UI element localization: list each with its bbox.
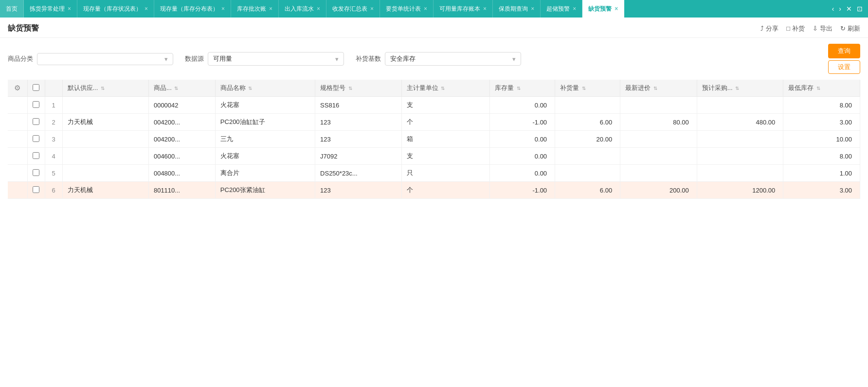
th-spec[interactable]: 规格型号 ⇅ — [315, 80, 402, 97]
row-latest-price-2 — [620, 131, 697, 148]
row-latest-price-5: 200.00 — [620, 182, 697, 199]
tab-inout[interactable]: 出入库流水 × — [279, 0, 326, 18]
replenish-button[interactable]: □ 补货 — [786, 24, 805, 33]
row-check-3[interactable] — [33, 152, 39, 159]
tab-shortage[interactable]: 缺货预警 × — [582, 0, 624, 18]
row-checkbox-2[interactable] — [27, 131, 45, 148]
datasource-value: 可用量 — [213, 54, 232, 63]
refresh-button[interactable]: ↻ 刷新 — [840, 24, 860, 33]
th-est-purchase[interactable]: 预计采购... ⇅ — [697, 80, 783, 97]
row-code-0: 0000042 — [148, 97, 215, 114]
sort-name-icon: ⇅ — [248, 86, 252, 91]
row-supplier-2 — [62, 131, 148, 148]
tab-stock-dist[interactable]: 现存量（库存分布表） × — [154, 0, 231, 18]
category-select[interactable]: ▾ — [37, 53, 173, 65]
close-tab-stock-status[interactable]: × — [145, 5, 148, 12]
th-product-code[interactable]: 商品... ⇅ — [148, 80, 215, 97]
row-check-0[interactable] — [33, 101, 39, 108]
settings-gear-icon[interactable]: ⚙ — [14, 84, 20, 92]
export-icon: ⇩ — [813, 25, 818, 32]
close-tab-available[interactable]: × — [483, 5, 487, 12]
tab-summary[interactable]: 收发存汇总表 × — [326, 0, 380, 18]
tab-expiry[interactable]: 保质期查询 × — [493, 0, 541, 18]
query-button[interactable]: 查询 — [828, 44, 860, 58]
tab-exception[interactable]: 拣货异常处理 × — [24, 0, 77, 18]
row-seq-0: 1 — [45, 97, 62, 114]
share-button[interactable]: ⤴ 分享 — [760, 24, 778, 33]
th-product-name[interactable]: 商品名称 ⇅ — [215, 80, 315, 97]
tab-demand[interactable]: 要货单统计表 × — [380, 0, 434, 18]
row-checkbox-3[interactable] — [27, 148, 45, 165]
row-code-3: 004600... — [148, 148, 215, 165]
row-checkbox-5[interactable] — [27, 182, 45, 199]
row-min-stock-0: 8.00 — [783, 97, 860, 114]
tab-available[interactable]: 可用量库存账本 × — [434, 0, 493, 18]
settings-button[interactable]: 设置 — [828, 60, 860, 74]
tab-scroll-left[interactable]: ‹ — [830, 5, 837, 13]
replenish-base-select[interactable]: 安全库存 ▾ — [385, 52, 521, 66]
th-replenish-qty[interactable]: 补货量 ⇅ — [555, 80, 620, 97]
table-row: 6力天机械801110...PC200张紧油缸123个-1.006.00200.… — [8, 182, 860, 199]
row-est-purchase-1: 480.00 — [697, 114, 783, 131]
close-tab-inout[interactable]: × — [317, 5, 320, 12]
row-latest-price-3 — [620, 148, 697, 165]
row-stock-5: -1.00 — [490, 182, 555, 199]
datasource-label: 数据源 — [185, 54, 204, 63]
th-latest-price[interactable]: 最新进价 ⇅ — [620, 80, 697, 97]
tab-scroll-right[interactable]: › — [836, 5, 844, 13]
row-spec-2: 123 — [315, 131, 402, 148]
row-settings-2 — [8, 131, 27, 148]
select-all-checkbox[interactable] — [33, 84, 39, 91]
row-est-purchase-3 — [697, 148, 783, 165]
tab-expand[interactable]: ⊡ — [854, 5, 865, 13]
close-tab-demand[interactable]: × — [424, 5, 427, 12]
row-checkbox-1[interactable] — [27, 114, 45, 131]
row-est-purchase-2 — [697, 131, 783, 148]
close-tab-summary[interactable]: × — [370, 5, 374, 12]
close-tab-expiry[interactable]: × — [531, 5, 534, 12]
tab-stock-status[interactable]: 现存量（库存状况表） × — [77, 0, 154, 18]
row-check-5[interactable] — [33, 186, 39, 193]
row-code-5: 801110... — [148, 182, 215, 199]
row-min-stock-2: 10.00 — [783, 131, 860, 148]
th-seq — [45, 80, 62, 97]
row-supplier-1: 力天机械 — [62, 114, 148, 131]
row-unit-5: 个 — [401, 182, 489, 199]
table-row: 3004200...三九123箱0.0020.0010.00 — [8, 131, 860, 148]
row-unit-2: 箱 — [401, 131, 489, 148]
row-latest-price-4 — [620, 165, 697, 182]
close-tab-shortage[interactable]: × — [615, 5, 618, 12]
row-replenish-qty-5: 6.00 — [555, 182, 620, 199]
tab-home[interactable]: 首页 — [0, 0, 24, 18]
row-stock-2: 0.00 — [490, 131, 555, 148]
th-unit[interactable]: 主计量单位 ⇅ — [401, 80, 489, 97]
th-settings[interactable]: ⚙ — [8, 80, 27, 97]
row-unit-4: 只 — [401, 165, 489, 182]
row-est-purchase-4 — [697, 165, 783, 182]
close-tab-batch[interactable]: × — [269, 5, 272, 12]
close-tab-exception[interactable]: × — [68, 5, 71, 12]
th-min-stock[interactable]: 最低库存 ⇅ — [783, 80, 860, 97]
row-stock-3: 0.00 — [490, 148, 555, 165]
sort-price-icon: ⇅ — [653, 86, 657, 91]
row-check-1[interactable] — [33, 118, 39, 125]
close-tab-stock-dist[interactable]: × — [221, 5, 225, 12]
replenish-icon: □ — [786, 25, 790, 32]
th-supplier[interactable]: 默认供应... ⇅ — [62, 80, 148, 97]
row-checkbox-0[interactable] — [27, 97, 45, 114]
tab-batch[interactable]: 库存批次账 × — [231, 0, 279, 18]
category-filter-group: 商品分类 ▾ — [8, 53, 173, 65]
row-settings-4 — [8, 165, 27, 182]
row-checkbox-4[interactable] — [27, 165, 45, 182]
row-check-2[interactable] — [33, 135, 39, 142]
row-check-4[interactable] — [33, 169, 39, 176]
th-checkbox[interactable] — [27, 80, 45, 97]
th-stock[interactable]: 库存量 ⇅ — [490, 80, 555, 97]
row-replenish-qty-4 — [555, 165, 620, 182]
datasource-select[interactable]: 可用量 ▾ — [208, 52, 344, 66]
export-button[interactable]: ⇩ 导出 — [813, 24, 832, 33]
tab-close-current[interactable]: ✕ — [844, 5, 854, 13]
tab-overstock[interactable]: 超储预警 × — [541, 0, 582, 18]
close-tab-overstock[interactable]: × — [573, 5, 576, 12]
row-code-4: 004800... — [148, 165, 215, 182]
